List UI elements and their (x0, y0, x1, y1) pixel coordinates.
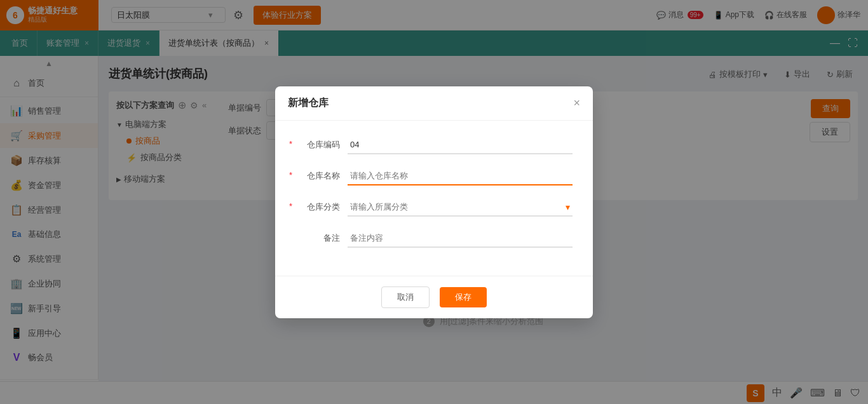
modal-footer: 取消 保存 (275, 276, 593, 318)
remark-input[interactable] (348, 229, 573, 248)
category-input[interactable] (348, 198, 573, 217)
form-row-remark: 备注 (295, 229, 573, 248)
category-label: 仓库分类 (295, 201, 340, 213)
add-warehouse-modal: 新增仓库 × 仓库编码 仓库名称 仓库分类 ▾ (275, 86, 593, 318)
cancel-button[interactable]: 取消 (381, 286, 430, 308)
category-select-wrap: ▾ (348, 198, 573, 217)
form-row-name: 仓库名称 (295, 167, 573, 185)
name-input[interactable] (348, 167, 573, 185)
save-button[interactable]: 保存 (440, 287, 487, 307)
name-label: 仓库名称 (295, 170, 340, 182)
modal-close-button[interactable]: × (573, 97, 580, 110)
modal-header: 新增仓库 × (275, 86, 593, 121)
remark-label: 备注 (295, 232, 340, 244)
code-input[interactable] (348, 136, 573, 154)
modal-overlay: 新增仓库 × 仓库编码 仓库名称 仓库分类 ▾ (0, 0, 868, 404)
code-label: 仓库编码 (295, 139, 340, 151)
modal-title: 新增仓库 (288, 97, 329, 110)
modal-body: 仓库编码 仓库名称 仓库分类 ▾ 备注 (275, 121, 593, 276)
form-row-code: 仓库编码 (295, 136, 573, 154)
form-row-category: 仓库分类 ▾ (295, 198, 573, 217)
